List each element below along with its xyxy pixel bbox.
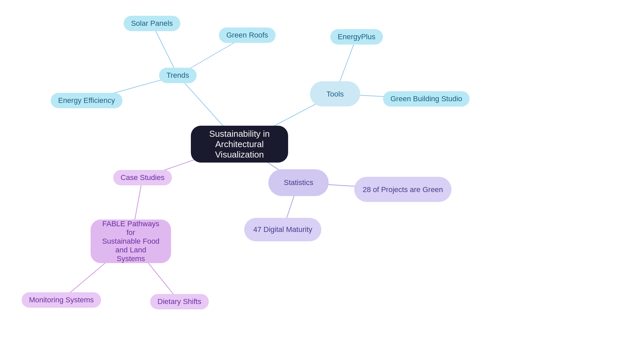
digital-maturity-node[interactable]: 47 Digital Maturity [244, 218, 321, 241]
tools-node[interactable]: Tools [310, 81, 360, 107]
energy-efficiency-node[interactable]: Energy Efficiency [51, 93, 122, 108]
projects-green-node[interactable]: 28 of Projects are Green [354, 177, 451, 202]
trends-node[interactable]: Trends [159, 68, 197, 83]
statistics-node[interactable]: Statistics [268, 169, 329, 196]
mindmap-container: Sustainability in ArchitecturalVisualiza… [0, 0, 644, 363]
center-node[interactable]: Sustainability in ArchitecturalVisualiza… [191, 126, 288, 163]
green-roofs-node[interactable]: Green Roofs [219, 27, 276, 43]
fable-node[interactable]: FABLE Pathways forSustainable Food and L… [91, 220, 171, 263]
case-studies-node[interactable]: Case Studies [113, 170, 172, 185]
solar-panels-node[interactable]: Solar Panels [124, 16, 180, 31]
dietary-shifts-node[interactable]: Dietary Shifts [150, 294, 209, 309]
energy-plus-node[interactable]: EnergyPlus [330, 29, 383, 45]
monitoring-systems-node[interactable]: Monitoring Systems [21, 292, 101, 308]
green-building-studio-node[interactable]: Green Building Studio [383, 91, 470, 107]
